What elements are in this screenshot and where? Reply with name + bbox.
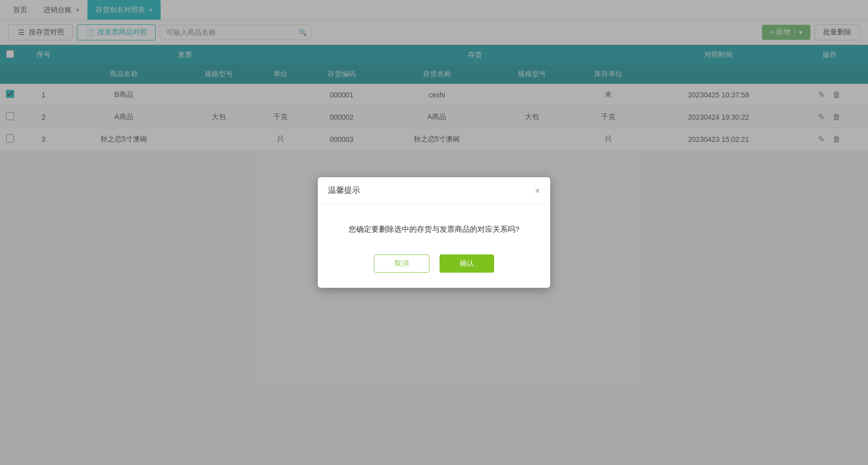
overlay: 温馨提示 × 您确定要删除选中的存货与发票商品的对应关系吗? 取消 确认 bbox=[0, 0, 868, 150]
